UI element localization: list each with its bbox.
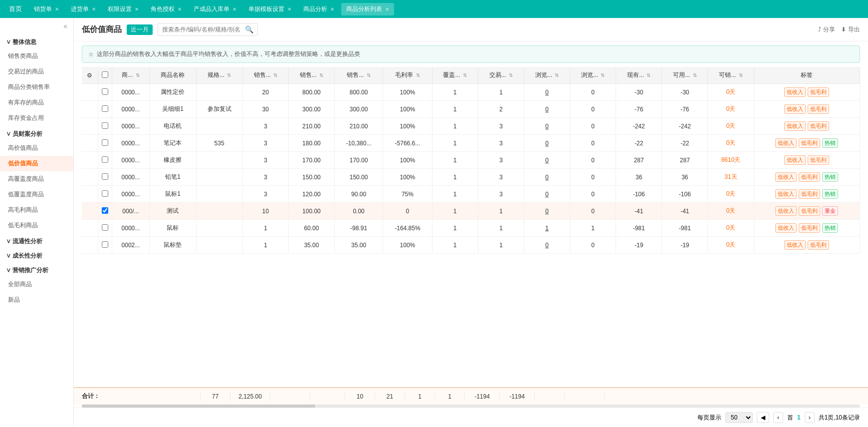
search-icon[interactable]: 🔍 <box>245 25 253 33</box>
nav-close-purchase-order[interactable]: ✕ <box>92 6 96 12</box>
sidebar-group-liquidity[interactable]: ∨ 流通性分析 <box>0 233 73 248</box>
td-browse1[interactable]: 0 <box>524 186 570 203</box>
sidebar-collapse-btn[interactable]: « <box>61 21 69 31</box>
first-page-btn[interactable]: ◀ <box>757 412 769 423</box>
tag-label: 低毛利 <box>799 223 820 233</box>
row-checkbox-8[interactable] <box>102 207 108 214</box>
nav-sales-order[interactable]: 销货单 ✕ <box>29 3 64 15</box>
nav-product-analysis-list[interactable]: 商品分析列表 ✕ <box>341 3 394 15</box>
share-btn[interactable]: ⤴ 分享 <box>818 25 835 34</box>
td-checkbox[interactable] <box>98 152 112 169</box>
table-wrap: ⚙ 商... ⇅ 商品名称 规格... ⇅ 销售... ⇅ 销售... ⇅ 销售… <box>74 67 868 387</box>
nav-home[interactable]: 首页 <box>4 2 27 15</box>
sidebar-group-growth[interactable]: ∨ 成长性分析 <box>0 248 73 262</box>
browse1-value[interactable]: 0 <box>545 208 549 215</box>
browse1-value[interactable]: 1 <box>545 225 549 232</box>
td-trade: 1 <box>478 84 524 101</box>
row-checkbox-1[interactable] <box>102 88 108 95</box>
sidebar-item-sales-products[interactable]: 销售类商品 <box>0 48 73 64</box>
next-page-btn[interactable]: › <box>805 412 815 423</box>
row-checkbox-10[interactable] <box>102 241 108 248</box>
td-browse1[interactable]: 0 <box>524 203 570 220</box>
nav-close-product-inbound[interactable]: ✕ <box>232 6 236 12</box>
nav-role-auth[interactable]: 角色授权 ✕ <box>146 3 187 15</box>
td-name: 测试 <box>150 203 196 220</box>
saleable-days: 8610天 <box>721 156 741 163</box>
select-all-checkbox[interactable] <box>102 71 108 78</box>
td-browse1[interactable]: 0 <box>524 152 570 169</box>
row-checkbox-2[interactable] <box>102 105 108 112</box>
sidebar-group-marketing[interactable]: ∨ 营销推广分析 <box>0 262 73 277</box>
td-browse1[interactable]: 0 <box>524 169 570 186</box>
td-checkbox[interactable] <box>98 203 112 220</box>
td-browse1[interactable]: 0 <box>524 84 570 101</box>
sidebar-item-high-coverage[interactable]: 高覆盖度商品 <box>0 171 73 187</box>
sidebar-item-traded-products[interactable]: 交易过的商品 <box>0 64 73 79</box>
nav-close-role-auth[interactable]: ✕ <box>178 6 182 12</box>
sidebar-group-overall[interactable]: ∨ 整体信息 <box>0 34 73 48</box>
td-checkbox[interactable] <box>98 186 112 203</box>
sidebar-item-inventory-capital[interactable]: 库存资金占用 <box>0 110 73 126</box>
nav-close-sales-order[interactable]: ✕ <box>55 6 59 12</box>
td-browse1[interactable]: 1 <box>524 220 570 237</box>
row-checkbox-9[interactable] <box>102 224 108 231</box>
footer-stock: -1194 <box>465 393 500 400</box>
td-checkbox[interactable] <box>98 84 112 101</box>
search-input[interactable] <box>162 26 242 33</box>
row-checkbox-5[interactable] <box>102 156 108 163</box>
td-checkbox[interactable] <box>98 135 112 152</box>
td-spec: 535 <box>196 135 242 152</box>
td-browse2: 1 <box>570 220 616 237</box>
sidebar-item-all-products[interactable]: 全部商品 <box>0 277 73 292</box>
browse1-value[interactable]: 0 <box>545 123 549 130</box>
td-checkbox[interactable] <box>98 237 112 254</box>
row-checkbox-6[interactable] <box>102 173 108 180</box>
nav-template-settings[interactable]: 单据模板设置 ✕ <box>243 3 296 15</box>
nav-close-product-analysis[interactable]: ✕ <box>330 6 334 12</box>
nav-close-template[interactable]: ✕ <box>287 6 291 12</box>
sidebar-item-high-value[interactable]: 高价值商品 <box>0 140 73 156</box>
sidebar-item-high-margin[interactable]: 高毛利商品 <box>0 202 73 218</box>
sidebar-item-low-margin[interactable]: 低毛利商品 <box>0 218 73 233</box>
th-checkbox[interactable] <box>98 67 112 84</box>
row-checkbox-4[interactable] <box>102 139 108 146</box>
td-browse1[interactable]: 0 <box>524 135 570 152</box>
nav-purchase-order[interactable]: 进货单 ✕ <box>66 3 101 15</box>
browse1-value[interactable]: 0 <box>545 157 549 164</box>
tag-label: 低毛利 <box>808 155 829 165</box>
th-gear[interactable]: ⚙ <box>82 67 98 84</box>
td-checkbox[interactable] <box>98 220 112 237</box>
sidebar-item-category-sales[interactable]: 商品分类销售率 <box>0 79 73 95</box>
td-checkbox[interactable] <box>98 169 112 186</box>
td-browse1[interactable]: 0 <box>524 118 570 135</box>
sidebar-group-financial[interactable]: ∨ 员财案分析 <box>0 126 73 140</box>
nav-product-inbound[interactable]: 产成品入库单 ✕ <box>189 3 241 15</box>
time-tag-btn[interactable]: 近一月 <box>127 24 153 35</box>
row-checkbox-7[interactable] <box>102 190 108 197</box>
td-checkbox[interactable] <box>98 118 112 135</box>
sidebar-item-low-value[interactable]: 低价值商品 <box>0 156 73 171</box>
browse1-value[interactable]: 0 <box>545 106 549 113</box>
nav-close-permission[interactable]: ✕ <box>135 6 139 12</box>
browse1-value[interactable]: 0 <box>545 191 549 198</box>
sidebar-item-new-products[interactable]: 新品 <box>0 292 73 308</box>
nav-permission-settings[interactable]: 权限设置 ✕ <box>103 3 144 15</box>
nav-product-analysis[interactable]: 商品分析 ✕ <box>298 3 339 15</box>
td-browse1[interactable]: 0 <box>524 101 570 118</box>
sidebar-item-stocked-products[interactable]: 有库存的商品 <box>0 95 73 110</box>
td-checkbox[interactable] <box>98 101 112 118</box>
browse1-value[interactable]: 0 <box>545 174 549 181</box>
prev-page-btn[interactable]: ‹ <box>773 412 783 423</box>
export-btn[interactable]: ⬇ 导出 <box>841 25 860 34</box>
browse1-value[interactable]: 0 <box>545 140 549 147</box>
td-gross: 100% <box>383 169 432 186</box>
td-browse1[interactable]: 0 <box>524 237 570 254</box>
nav-close-product-analysis-list[interactable]: ✕ <box>385 6 389 12</box>
td-sales1: 1 <box>242 220 288 237</box>
sidebar-item-low-coverage[interactable]: 低覆盖度商品 <box>0 187 73 202</box>
browse1-value[interactable]: 0 <box>545 242 549 249</box>
browse1-value[interactable]: 0 <box>545 89 549 96</box>
tag-cell: 低收入低毛利 <box>757 155 857 165</box>
row-checkbox-3[interactable] <box>102 122 108 129</box>
per-page-select[interactable]: 50 20 100 <box>725 412 753 423</box>
